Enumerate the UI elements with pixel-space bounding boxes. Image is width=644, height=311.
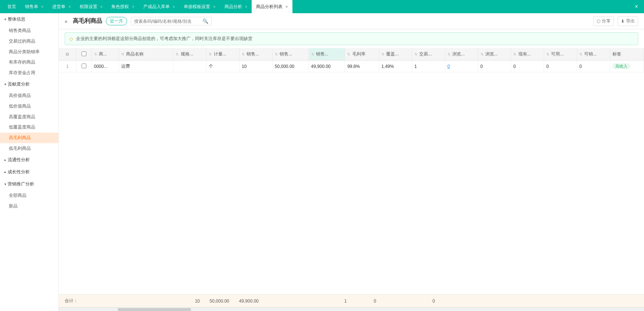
window-close-button[interactable]: × [632, 3, 641, 10]
col-sales-profit[interactable]: ⇅ 销售... [309, 48, 345, 61]
nav-close-sales[interactable]: × [41, 4, 43, 9]
cell-checkbox [76, 61, 92, 72]
sidebar-group-contribution[interactable]: ▾ 贡献度分析 [0, 78, 58, 90]
sidebar-item-all-goods[interactable]: 全部商品 [0, 190, 58, 201]
nav-close-permissions[interactable]: × [100, 4, 102, 9]
sidebar-item-in-stock[interactable]: 有库存的商品 [0, 57, 58, 68]
sidebar-item-high-coverage[interactable]: 高覆盖度商品 [0, 112, 58, 122]
search-icon[interactable]: 🔍 [202, 18, 208, 24]
sidebar-group-growth[interactable]: ▸ 成长性分析 [0, 166, 58, 178]
nav-item-permissions[interactable]: 权限设置 × [75, 0, 107, 13]
arrow-contribution: ▾ [4, 82, 6, 86]
col-sales-amount[interactable]: ⇅ 销售... [272, 48, 309, 61]
col-sales-qty[interactable]: ⇅ 销售... [240, 48, 273, 61]
cell-current-stock: 0 [511, 61, 544, 72]
col-unit[interactable]: ⇅ 计量... [206, 48, 240, 61]
cell-unit: 个 [206, 61, 240, 72]
nav-item-home[interactable]: 首页 [3, 0, 21, 13]
nav-close-product-inbound[interactable]: × [173, 4, 175, 9]
cell-name: 运费 [119, 61, 173, 72]
col-browse2[interactable]: ⇅ 浏览... [478, 48, 511, 61]
sort-icon-browse1: ⇅ [447, 52, 450, 56]
sort-icon-gross-rate: ⇅ [347, 52, 350, 56]
sidebar-group-contribution-items: 高价值商品 低价值商品 高覆盖度商品 低覆盖度商品 高毛利商品 低毛利商品 [0, 90, 58, 154]
top-nav: 首页 销售单 × 进货单 × 权限设置 × 角色授权 × 产成品入库单 × 单据… [0, 0, 644, 13]
notice-bar: ◇ 企业的主要的利润都是这部分商品创造的，可考虑加大推广，同时关注库存是不要出现… [65, 32, 638, 45]
cell-browse2: 0 [478, 61, 511, 72]
col-code[interactable]: ⇅ 商... [91, 48, 119, 61]
arrow-liquidity: ▸ [4, 158, 6, 162]
share-button[interactable]: ⬡ 分享 [593, 16, 614, 26]
nav-close-template[interactable]: × [213, 4, 215, 9]
sort-icon-coverage: ⇅ [381, 52, 384, 56]
sidebar-item-sales-goods[interactable]: 销售类商品 [0, 25, 58, 36]
col-saleable-stock[interactable]: ⇅ 可销... [577, 48, 610, 61]
arrow-marketing: ▾ [4, 182, 6, 186]
table-body: 1 0000... 运费 个 10 50,000.00 49,900.00 99… [59, 61, 644, 72]
data-table-wrapper[interactable]: ⚙ ⇅ 商... ⇅ 商品名称 [59, 48, 644, 294]
sidebar-item-new-goods[interactable]: 新品 [0, 201, 58, 211]
scrollbar-thumb[interactable] [118, 308, 191, 311]
sort-icon-sales-amount: ⇅ [275, 52, 278, 56]
nav-close-analysis-list[interactable]: × [285, 4, 288, 9]
nav-close-purchase[interactable]: × [68, 4, 71, 9]
nav-item-product-inbound[interactable]: 产成品入库单 × [139, 0, 179, 13]
time-filter-button[interactable]: 近一月 [106, 17, 127, 25]
footer-total: 合计： 10 50,000.00 49,900.00 1 0 0 [59, 294, 644, 307]
col-coverage[interactable]: ⇅ 覆盖... [379, 48, 412, 61]
export-icon: ⬇ [621, 19, 625, 24]
footer-browse1: 0 [350, 299, 379, 304]
horizontal-scrollbar[interactable] [59, 307, 644, 311]
search-input[interactable] [134, 19, 200, 24]
footer-sales-amount: 50,000.00 [203, 299, 232, 304]
col-gross-rate[interactable]: ⇅ 毛利率 [345, 48, 379, 61]
main-layout: ▾ 整体信息 销售类商品 交易过的商品 商品分类助销率 有库存的商品 库存资金占… [0, 13, 644, 311]
col-spec[interactable]: ⇅ 规格... [173, 48, 206, 61]
sort-icon-sales-profit: ⇅ [311, 52, 314, 56]
content-header: « 高毛利商品 近一月 🔍 ⬡ 分享 ⬇ 导出 [59, 13, 644, 29]
row-checkbox[interactable] [82, 64, 86, 68]
sidebar-item-category-rate[interactable]: 商品分类助销率 [0, 47, 58, 57]
cell-browse1[interactable]: 0 [445, 61, 478, 72]
col-browse1[interactable]: ⇅ 浏览... [445, 48, 478, 61]
sidebar-item-low-coverage[interactable]: 低覆盖度商品 [0, 122, 58, 133]
sidebar-item-traded-goods[interactable]: 交易过的商品 [0, 36, 58, 47]
sidebar-group-overall-items: 销售类商品 交易过的商品 商品分类助销率 有库存的商品 库存资金占用 [0, 25, 58, 78]
footer-label: 合计： [65, 298, 78, 304]
nav-close-analysis[interactable]: × [245, 4, 247, 9]
nav-close-roles[interactable]: × [132, 4, 134, 9]
col-name[interactable]: ⇅ 商品名称 [119, 48, 173, 61]
footer-transactions: 1 [320, 299, 350, 304]
sidebar-item-low-value[interactable]: 低价值商品 [0, 101, 58, 112]
search-box: 🔍 [131, 17, 212, 25]
nav-item-purchase[interactable]: 进货单 × [48, 0, 75, 13]
nav-item-sales[interactable]: 销售单 × [21, 0, 48, 13]
nav-item-analysis-list[interactable]: 商品分析列表 × [252, 0, 292, 13]
sort-icon-transactions: ⇅ [414, 52, 417, 56]
sidebar-group-marketing[interactable]: ▾ 营销推广分析 [0, 178, 58, 190]
sidebar-group-liquidity[interactable]: ▸ 流通性分析 [0, 154, 58, 166]
col-current-stock[interactable]: ⇅ 现有... [511, 48, 544, 61]
col-tag: 标签 [610, 48, 644, 61]
sort-icon-available-stock: ⇅ [546, 52, 549, 56]
collapse-sidebar-button[interactable]: « [65, 18, 68, 24]
settings-icon[interactable]: ⚙ [65, 52, 69, 57]
select-all-checkbox[interactable] [82, 51, 86, 56]
sidebar-item-stock-capital[interactable]: 库存资金占用 [0, 68, 58, 78]
data-table: ⚙ ⇅ 商... ⇅ 商品名称 [59, 48, 644, 72]
sidebar-group-overall[interactable]: ▾ 整体信息 [0, 13, 58, 25]
sidebar-item-high-value[interactable]: 高价值商品 [0, 90, 58, 101]
nav-item-analysis[interactable]: 商品分析 × [220, 0, 252, 13]
sidebar-item-high-margin[interactable]: 高毛利商品 [0, 133, 58, 143]
export-button[interactable]: ⬇ 导出 [618, 16, 638, 26]
notice-icon: ◇ [69, 36, 73, 41]
cell-code: 0000... [91, 61, 119, 72]
col-available-stock[interactable]: ⇅ 可用... [544, 48, 577, 61]
nav-item-template[interactable]: 单据模板设置 × [179, 0, 220, 13]
sort-icon-browse2: ⇅ [481, 52, 483, 56]
tag-badge: 高收入 [612, 63, 630, 69]
cell-sales-amount: 50,000.00 [272, 61, 309, 72]
col-transactions[interactable]: ⇅ 交易... [412, 48, 445, 61]
nav-item-roles[interactable]: 角色授权 × [107, 0, 138, 13]
sidebar-item-low-margin[interactable]: 低毛利商品 [0, 143, 58, 154]
